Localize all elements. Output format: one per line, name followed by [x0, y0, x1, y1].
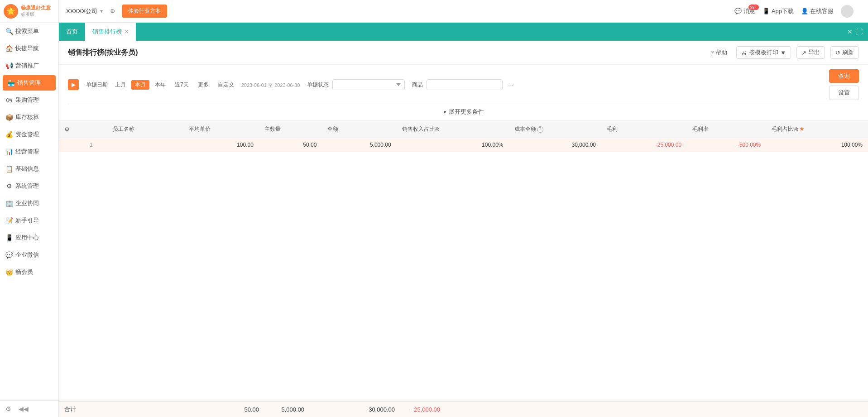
tab-home[interactable]: 首页	[59, 23, 85, 41]
table-footer: 合计 50.00 5,000.00 30,000.00 -25,000.00	[59, 401, 868, 417]
logo-sub: 标准版	[21, 11, 51, 18]
sidebar-item-quick-nav[interactable]: 🏠 快捷导航	[0, 40, 58, 57]
tab-sales-ranking[interactable]: 销售排行榜 ✕	[85, 23, 136, 41]
date-tab-last-month[interactable]: 上月	[111, 80, 129, 90]
sidebar-item-marketing[interactable]: 📢 营销推广	[0, 57, 58, 74]
col-gross: 毛利	[601, 121, 687, 138]
col-gross-rate: 毛利率	[687, 121, 766, 138]
company-selector[interactable]: XXXXX公司 ▼	[66, 7, 104, 15]
footer-values: 50.00 5,000.00 30,000.00 -25,000.00	[101, 406, 863, 413]
chevron-down-icon: ▼	[99, 9, 104, 14]
data-table-container: ⚙ 员工名称 平均单价 主数量 全额 销售收入占比% 成本全额? 毛利 毛利率	[59, 121, 868, 401]
sidebar-item-sales[interactable]: 🏪 销售管理	[3, 75, 56, 91]
app-download-button[interactable]: 📱 App下载	[762, 7, 794, 15]
sidebar-item-label: 系统管理	[15, 182, 39, 190]
col-cost: 成本全额?	[509, 121, 601, 138]
goods-filter-group: 商品 ···	[412, 79, 515, 90]
filter-area: ▶ 单据日期 上月 本月 本年 近7天 更多 自定义 2023-06-01 至 …	[59, 65, 868, 121]
query-button[interactable]: 查询	[829, 69, 859, 83]
col-main-qty: 主数量	[259, 121, 322, 138]
sidebar-item-purchase[interactable]: 🛍 采购管理	[0, 91, 58, 109]
date-tab-this-month[interactable]: 本月	[131, 80, 149, 90]
expand-icon: ▼	[443, 110, 447, 115]
cell-cost: 30,000.00	[509, 138, 601, 152]
footer-cell-main-qty: 50.00	[223, 406, 259, 413]
sort-icon[interactable]: ★	[799, 125, 805, 132]
template-chevron-icon: ▼	[780, 49, 786, 56]
tab-home-label: 首页	[66, 28, 78, 36]
sidebar-item-inventory[interactable]: 📦 库存核算	[0, 109, 58, 126]
system-icon: ⚙	[5, 182, 13, 190]
footer-cell-cost: 30,000.00	[350, 406, 395, 413]
content-area: 销售排行榜(按业务员) ? 帮助 🖨 按模板打印 ▼ ↗ 导出 ↺ 刷新	[59, 41, 868, 417]
template-print-button[interactable]: 🖨 按模板打印 ▼	[736, 46, 791, 59]
sidebar-item-system[interactable]: ⚙ 系统管理	[0, 177, 58, 195]
cell-main-qty: 50.00	[259, 138, 322, 152]
table-header-row: ⚙ 员工名称 平均单价 主数量 全额 销售收入占比% 成本全额? 毛利 毛利率	[59, 121, 868, 138]
sidebar-item-basic-info[interactable]: 📋 基础信息	[0, 160, 58, 177]
col-employee: 员工名称	[107, 121, 183, 138]
cell-total: 5,000.00	[322, 138, 396, 152]
sidebar-nav: 🔍 搜索菜单 🏠 快捷导航 📢 营销推广 🏪 销售管理 🛍 采购管理 📦 库存核…	[0, 23, 58, 400]
page-title: 销售排行榜(按业务员)	[68, 48, 138, 63]
sidebar-item-label: 新手引导	[15, 216, 39, 225]
cost-help-icon[interactable]: ?	[537, 126, 543, 133]
refresh-label: 刷新	[842, 48, 854, 57]
refresh-button[interactable]: ↺ 刷新	[830, 46, 859, 59]
cell-gross-rate: -500.00%	[687, 138, 766, 152]
online-service-button[interactable]: 👤 在线客服	[801, 7, 834, 15]
basic-info-icon: 📋	[5, 165, 13, 173]
table-settings-icon[interactable]: ⚙	[64, 126, 70, 133]
export-label: 导出	[808, 48, 820, 57]
cell-gross-pct: 100.00%	[766, 138, 868, 152]
sales-ranking-table: ⚙ 员工名称 平均单价 主数量 全额 销售收入占比% 成本全额? 毛利 毛利率	[59, 121, 868, 152]
logo-app-name: 畅康通好生意	[21, 5, 51, 11]
app-center-icon: 📱	[5, 234, 13, 241]
help-button[interactable]: ? 帮助	[707, 47, 731, 58]
settings-bottom-icon[interactable]: ⚙	[5, 405, 11, 412]
cell-settings	[59, 138, 75, 152]
sidebar-item-label: 基础信息	[15, 165, 39, 173]
close-window-icon[interactable]: ✕	[847, 28, 853, 35]
date-tab-7days[interactable]: 近7天	[171, 80, 192, 90]
maximize-icon[interactable]: ⛶	[856, 28, 863, 35]
purchase-icon: 🛍	[5, 96, 13, 104]
goods-filter-more-icon[interactable]: ···	[506, 79, 515, 90]
status-filter-select[interactable]	[332, 79, 405, 90]
settings-icon[interactable]: ⚙	[110, 8, 115, 14]
date-filter-group: 单据日期 上月 本月 本年 近7天 更多 自定义 2023-06-01 至 20…	[86, 80, 300, 90]
sidebar-item-label: 采购管理	[15, 96, 39, 104]
page-actions: ? 帮助 🖨 按模板打印 ▼ ↗ 导出 ↺ 刷新	[707, 46, 859, 64]
tab-close-icon[interactable]: ✕	[125, 29, 129, 35]
export-button[interactable]: ↗ 导出	[796, 46, 825, 59]
date-tab-custom[interactable]: 自定义	[214, 80, 238, 90]
trial-button[interactable]: 体验行业方案	[122, 5, 167, 18]
sidebar-item-label: 快捷导航	[15, 44, 39, 53]
cell-sales-pct: 100.00%	[397, 138, 509, 152]
message-button[interactable]: 💬 消息 99+	[734, 7, 755, 15]
expand-more-conditions-btn[interactable]: ▼ 展开更多条件	[68, 104, 859, 116]
sidebar-item-wechat[interactable]: 💬 企业微信	[0, 246, 58, 264]
sidebar-item-guide[interactable]: 📝 新手引导	[0, 212, 58, 229]
sidebar-item-search[interactable]: 🔍 搜索菜单	[0, 23, 58, 40]
sidebar-item-finance[interactable]: 💰 资金管理	[0, 126, 58, 143]
filter-row: ▶ 单据日期 上月 本月 本年 近7天 更多 自定义 2023-06-01 至 …	[68, 69, 859, 100]
footer-total-label: 合计	[64, 405, 101, 413]
set-button[interactable]: 设置	[829, 86, 859, 100]
date-tab-more[interactable]: 更多	[194, 80, 212, 90]
avatar[interactable]	[841, 5, 854, 18]
sidebar-item-label: 库存核算	[15, 113, 39, 121]
sidebar-item-app-center[interactable]: 📱 应用中心	[0, 229, 58, 246]
status-filter-label: 单据状态	[307, 81, 329, 89]
sidebar-item-operations[interactable]: 📊 经营管理	[0, 143, 58, 160]
filter-toggle-btn[interactable]: ▶	[68, 79, 79, 90]
inventory-icon: 📦	[5, 114, 13, 121]
cell-gross: -25,000.00	[601, 138, 687, 152]
collapse-icon[interactable]: ◀◀	[19, 405, 29, 412]
goods-filter-input[interactable]	[427, 79, 503, 90]
template-print-label: 按模板打印	[749, 48, 778, 57]
sidebar-item-member[interactable]: 👑 畅会员	[0, 264, 58, 281]
sidebar-item-enterprise[interactable]: 🏢 企业协同	[0, 195, 58, 212]
date-tab-this-year[interactable]: 本年	[151, 80, 169, 90]
enterprise-icon: 🏢	[5, 200, 13, 207]
